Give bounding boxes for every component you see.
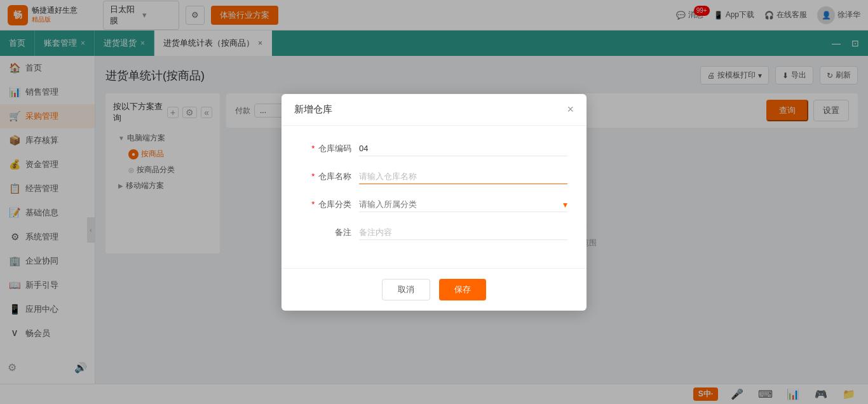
modal-overlay: 新增仓库 × * 仓库编码 * 仓库名称 bbox=[0, 0, 868, 404]
code-label: * 仓库编码 bbox=[301, 143, 351, 154]
form-row-name: * 仓库名称 bbox=[301, 169, 567, 184]
code-input[interactable] bbox=[359, 141, 567, 156]
form-row-code: * 仓库编码 bbox=[301, 141, 567, 156]
modal-body: * 仓库编码 * 仓库名称 * 仓库分类 bbox=[281, 126, 587, 268]
modal-title: 新增仓库 bbox=[294, 104, 332, 116]
cancel-button[interactable]: 取消 bbox=[382, 279, 430, 300]
note-input[interactable] bbox=[359, 225, 567, 240]
category-input[interactable] bbox=[359, 197, 567, 212]
add-warehouse-modal: 新增仓库 × * 仓库编码 * 仓库名称 bbox=[281, 94, 587, 311]
category-label: * 仓库分类 bbox=[301, 199, 351, 210]
name-input[interactable] bbox=[359, 169, 567, 184]
note-label: 备注 bbox=[301, 227, 351, 238]
modal-close-button[interactable]: × bbox=[567, 103, 574, 116]
name-label: * 仓库名称 bbox=[301, 171, 351, 182]
form-row-category: * 仓库分类 ▾ bbox=[301, 197, 567, 212]
category-select-wrapper: ▾ bbox=[359, 197, 567, 212]
modal-footer: 取消 保存 bbox=[281, 268, 587, 311]
save-button[interactable]: 保存 bbox=[439, 279, 486, 300]
form-row-note: 备注 bbox=[301, 225, 567, 240]
modal-header: 新增仓库 × bbox=[281, 94, 587, 126]
